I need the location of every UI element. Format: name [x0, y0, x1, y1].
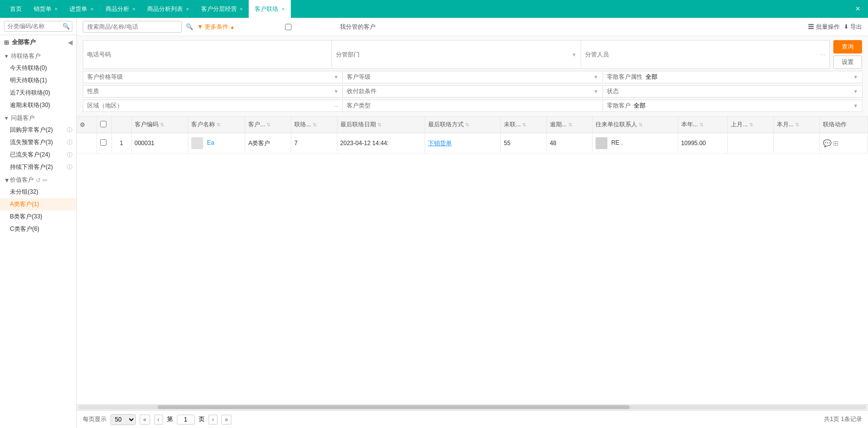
col-code-sort[interactable]: ⇅: [160, 122, 164, 127]
nav-customer-contact[interactable]: 客户联络 ×: [249, 0, 290, 18]
col-category-sort[interactable]: ⇅: [267, 122, 271, 127]
filter-payment-input[interactable]: [380, 88, 591, 95]
nature-arrow[interactable]: ▼: [333, 89, 338, 94]
filter-customer-type-input[interactable]: [374, 103, 598, 109]
row-checkbox[interactable]: [100, 139, 107, 146]
export-button[interactable]: ⬇ 导出: [844, 23, 862, 31]
filter-dept-input[interactable]: [363, 51, 569, 58]
customer-level-arrow[interactable]: ▼: [594, 74, 598, 80]
col-overdue-sort[interactable]: ⇅: [568, 122, 572, 127]
value-customers-arrow[interactable]: ▼: [4, 177, 10, 184]
col-unit-contacts-sort[interactable]: ⇅: [639, 122, 643, 127]
sidebar-collapse-btn[interactable]: ◀: [68, 39, 72, 46]
more-filter-button[interactable]: ▼ 更多条件 ▲: [197, 23, 235, 31]
all-customers-header[interactable]: ⊞ 全部客户 ◀: [0, 35, 76, 50]
sidebar-item-repurchase-abnormal[interactable]: 回购异常客户(2) ⓘ: [0, 124, 76, 136]
settings-button[interactable]: 设置: [833, 55, 862, 69]
scrollbar-track: [79, 405, 866, 409]
close-customer-segment-tab[interactable]: ×: [240, 6, 243, 12]
col-last-month-sort[interactable]: ⇅: [749, 122, 753, 127]
prev-page-button[interactable]: ‹: [154, 415, 163, 425]
row-checkbox-cell: [97, 133, 111, 154]
value-refresh-icon[interactable]: ↺: [36, 177, 41, 184]
problem-customers-group[interactable]: ▼ 问题客户: [0, 111, 76, 124]
sidebar-item-today[interactable]: 今天待联络(0): [0, 62, 76, 74]
chat-icon[interactable]: 💬: [823, 139, 831, 147]
row-last-contact-method-cell[interactable]: 下销货单: [425, 133, 500, 154]
sidebar-item-7days[interactable]: 近7天待联络(0): [0, 87, 76, 99]
price-level-arrow[interactable]: ▼: [333, 74, 338, 80]
close-customer-contact-tab[interactable]: ×: [281, 6, 284, 12]
sidebar-item-class-a[interactable]: A类客户(1): [0, 198, 76, 211]
nav-customer-segment[interactable]: 客户分层经营 ×: [195, 0, 249, 18]
nav-sales[interactable]: 销货单 ×: [28, 0, 63, 18]
close-product-analysis-tab[interactable]: ×: [132, 6, 135, 12]
col-last-contact-method-sort[interactable]: ⇅: [465, 122, 469, 127]
page-number-input[interactable]: [177, 415, 195, 425]
select-all-checkbox[interactable]: [100, 121, 107, 127]
window-close-button[interactable]: ×: [852, 4, 864, 13]
horizontal-scrollbar[interactable]: [77, 404, 868, 410]
filter-nature-input[interactable]: [102, 88, 331, 95]
close-product-list-tab[interactable]: ×: [186, 6, 189, 12]
retail-attr-arrow[interactable]: ▼: [853, 74, 858, 80]
col-this-year: 本年... ⇅: [678, 116, 728, 133]
first-page-button[interactable]: «: [140, 415, 150, 425]
page-size-select[interactable]: 20 50 100 200: [110, 414, 136, 425]
col-no-contact-sort[interactable]: ⇅: [522, 122, 526, 127]
filter-manager-input[interactable]: [612, 51, 818, 58]
query-button[interactable]: 查询: [833, 40, 862, 54]
batch-op-button[interactable]: ☰ 批量操作: [808, 23, 839, 31]
close-sales-tab[interactable]: ×: [54, 6, 57, 12]
sidebar-item-overdue[interactable]: 逾期未联络(30): [0, 99, 76, 111]
close-purchase-tab[interactable]: ×: [90, 6, 93, 12]
sidebar-item-churn-warning[interactable]: 流失预警客户(3) ⓘ: [0, 136, 76, 149]
sidebar-item-churned[interactable]: 已流失客户(24) ⓘ: [0, 149, 76, 161]
sidebar-search-icon[interactable]: 🔍: [62, 23, 70, 30]
dept-dropdown-arrow[interactable]: ▼: [572, 52, 577, 57]
sidebar-item-class-c[interactable]: C类客户(6): [0, 223, 76, 235]
sidebar-item-class-b[interactable]: B类客户(33): [0, 211, 76, 223]
payment-arrow[interactable]: ▼: [594, 89, 598, 94]
col-this-month-sort[interactable]: ⇅: [795, 122, 799, 127]
filter-search-icon[interactable]: 🔍: [186, 23, 193, 30]
filter-phone: 电话号码: [83, 40, 332, 69]
filter-phone-input[interactable]: [114, 51, 327, 58]
sidebar-item-declining[interactable]: 持续下滑客户(2) ⓘ: [0, 161, 76, 173]
table-settings-icon[interactable]: ⚙: [80, 121, 85, 128]
manager-dots-btn[interactable]: ···: [820, 51, 825, 58]
col-last-contact-date-sort[interactable]: ⇅: [378, 122, 381, 127]
pending-contact-group[interactable]: ▼ 待联络客户: [0, 50, 76, 62]
value-edit-icon[interactable]: ✏: [43, 177, 48, 184]
qr-icon[interactable]: ⊞: [833, 139, 839, 147]
filter-retail-label: 零散客户: [607, 102, 631, 110]
next-page-button[interactable]: ›: [209, 415, 217, 425]
col-name-sort[interactable]: ⇅: [217, 122, 220, 127]
search-input[interactable]: [83, 21, 182, 33]
filter-price-level-input[interactable]: [126, 74, 331, 81]
sidebar-item-unclassified[interactable]: 未分组(32): [0, 186, 76, 198]
my-customers-checkbox-label[interactable]: 我分管的客户: [239, 23, 376, 31]
filter-retail-input[interactable]: [634, 103, 851, 109]
row-name-cell[interactable]: Ea: [188, 133, 245, 154]
filter-nature: 性质 ▼: [83, 85, 343, 98]
last-page-button[interactable]: »: [221, 415, 232, 425]
nav-purchase[interactable]: 进货单 ×: [63, 0, 99, 18]
filter-status-input[interactable]: [622, 88, 851, 95]
filter-region-input[interactable]: [126, 103, 331, 109]
nav-home[interactable]: 首页: [4, 0, 28, 18]
my-customers-checkbox[interactable]: [239, 24, 338, 30]
filter-retail-attr-input[interactable]: [646, 74, 851, 81]
col-this-year-sort[interactable]: ⇅: [700, 122, 704, 127]
filter-customer-level-input[interactable]: [374, 74, 591, 81]
retail-arrow[interactable]: ▼: [853, 103, 858, 108]
col-contact-sort[interactable]: ⇅: [313, 122, 317, 127]
last-contact-method-link[interactable]: 下销货单: [428, 140, 452, 147]
status-arrow[interactable]: ▼: [853, 89, 858, 94]
scrollbar-thumb[interactable]: [158, 405, 630, 409]
sidebar-item-tomorrow[interactable]: 明天待联络(1): [0, 74, 76, 87]
top-nav: 首页 销货单 × 进货单 × 商品分析 × 商品分析列表 × 客户分层经营 × …: [0, 0, 868, 18]
nav-product-analysis[interactable]: 商品分析 ×: [100, 0, 141, 18]
nav-product-list[interactable]: 商品分析列表 ×: [141, 0, 195, 18]
region-dots-btn[interactable]: ···: [333, 103, 338, 109]
